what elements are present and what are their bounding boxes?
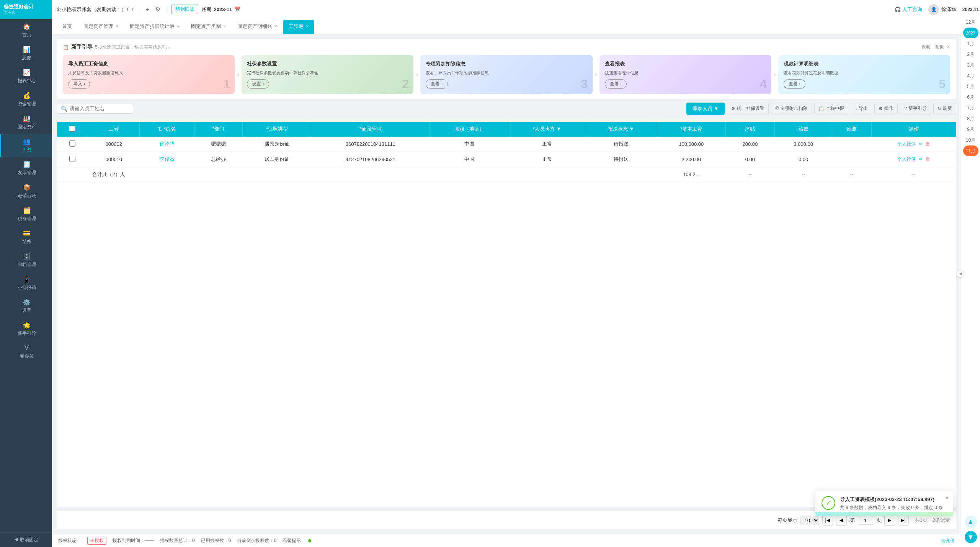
per-page-select[interactable]: 10 20 50: [800, 516, 819, 525]
tab-固定资产类别[interactable]: 固定资产类别×: [186, 20, 231, 34]
charge-link[interactable]: 去充值: [941, 537, 955, 544]
row-action: 个人社保 ✏ 🗑: [871, 152, 956, 167]
sidebar-item-固定资产[interactable]: 🏭固定资产: [0, 111, 52, 134]
sidebar-item-工资[interactable]: 👥工资: [0, 134, 52, 157]
sidebar-item-小畅报销[interactable]: 📱小畅报销: [0, 272, 52, 295]
name-link[interactable]: 徐泽华: [160, 141, 175, 147]
account-selector[interactable]: 刘小艳演示账套（勿删勿动！）1 ▼: [57, 6, 134, 13]
prev-page-btn[interactable]: ◀: [836, 515, 847, 526]
settings-btn[interactable]: ⚙: [154, 4, 162, 15]
sidebar-item-进销台账[interactable]: 📦进销台账: [0, 180, 52, 203]
month-item-8[interactable]: 8月: [963, 113, 978, 124]
topbar-divider-1: [139, 6, 139, 13]
tab-close-icon[interactable]: ×: [274, 24, 277, 29]
sidebar-bottom[interactable]: ◀ 取消固定: [0, 532, 52, 547]
refresh-btn[interactable]: ↻ 刷新: [933, 103, 956, 114]
month-item-12[interactable]: 12月: [963, 17, 978, 28]
tab-close-icon[interactable]: ×: [116, 24, 118, 29]
step-action-btn[interactable]: 设置 ›: [247, 79, 269, 89]
period-value[interactable]: 2023-11: [214, 7, 232, 12]
sidebar-item-税务管理[interactable]: 🗂️税务管理: [0, 203, 52, 226]
sidebar-item-新手引导[interactable]: 🌟新手引导: [0, 318, 52, 341]
sidebar-item-资金管理[interactable]: 💰资金管理: [0, 88, 52, 111]
row-select-checkbox[interactable]: [69, 156, 75, 162]
month-item-9[interactable]: 9月: [963, 124, 978, 135]
right-panel-collapse-btn[interactable]: ◀: [957, 270, 964, 278]
name-link[interactable]: 李俊杰: [160, 156, 175, 162]
guide-step-3: 专项附加扣除信息 查看、导入员工专项附加扣除信息 查看 › 3: [420, 55, 592, 94]
edit-btn[interactable]: ✏: [919, 141, 923, 147]
right-panel-down-icon[interactable]: ▼: [965, 531, 977, 543]
notification-close-btn[interactable]: ×: [945, 495, 949, 501]
row-name[interactable]: 徐泽华: [140, 137, 194, 152]
sidebar-item-归档管理[interactable]: 🗄️归档管理: [0, 249, 52, 272]
right-panel-up-icon[interactable]: ▲: [965, 516, 977, 528]
tab-label: 固定资产明细账: [237, 23, 272, 30]
add-person-btn[interactable]: 添加人员 ▼: [686, 103, 725, 115]
tab-首页[interactable]: 首页: [57, 20, 77, 34]
month-item-1[interactable]: 1月: [963, 38, 978, 49]
sidebar-item-首页[interactable]: 🏠首页: [0, 19, 52, 42]
add-account-btn[interactable]: +: [144, 5, 150, 15]
row-select-checkbox[interactable]: [69, 140, 75, 147]
month-item-4[interactable]: 4月: [963, 70, 978, 81]
service-btn[interactable]: 🎧 人工咨询: [895, 6, 922, 13]
tab-close-icon[interactable]: ×: [177, 24, 180, 29]
month-item-6[interactable]: 6月: [963, 92, 978, 103]
social-insurance-btn[interactable]: ⚙ 统一社保设置: [727, 103, 769, 114]
delete-btn[interactable]: 🗑: [926, 141, 930, 147]
guide-btn[interactable]: ? 新手引导: [900, 103, 931, 114]
month-item-5[interactable]: 5月: [963, 81, 978, 92]
special-deduction-btn[interactable]: © 专项附加扣除: [771, 103, 812, 114]
sidebar-item-设置[interactable]: ⚙️设置: [0, 295, 52, 318]
step-action-btn[interactable]: 查看 ›: [426, 79, 448, 89]
row-checkbox[interactable]: [57, 152, 88, 167]
version-switch-btn[interactable]: 切到旧版: [172, 5, 198, 14]
tab-固定资产明细账[interactable]: 固定资产明细账×: [232, 20, 283, 34]
month-item-2023[interactable]: 2023: [963, 28, 978, 38]
first-page-btn[interactable]: |◀: [822, 515, 833, 526]
step-action-btn[interactable]: 查看 ›: [605, 79, 627, 89]
guide-close-btn[interactable]: ×: [947, 44, 950, 51]
month-item-7[interactable]: 7月: [963, 103, 978, 113]
help-btn[interactable]: 帮助: [935, 44, 944, 51]
sidebar-item-总账[interactable]: 📊总账: [0, 42, 52, 65]
delete-btn[interactable]: 🗑: [926, 157, 930, 162]
tab-close-icon[interactable]: ×: [223, 24, 226, 29]
edit-btn[interactable]: ✏: [919, 157, 923, 162]
next-page-btn[interactable]: ▶: [884, 515, 895, 526]
last-page-btn[interactable]: ▶|: [898, 515, 909, 526]
step-action-btn[interactable]: 导入 ›: [68, 79, 90, 89]
tab-固定资产折旧统计表[interactable]: 固定资产折旧统计表×: [124, 20, 185, 34]
video-btn[interactable]: 视频: [921, 44, 931, 51]
sidebar-item-结账[interactable]: 💳结账: [0, 226, 52, 249]
page-number-input[interactable]: [858, 516, 873, 525]
tax-report-btn[interactable]: 📋 个税申报: [814, 103, 848, 114]
select-all-checkbox[interactable]: [69, 126, 75, 132]
operations-btn[interactable]: ⚙ 操作: [874, 103, 898, 114]
step-action-btn[interactable]: 查看 ›: [784, 79, 805, 89]
personal-insurance-btn[interactable]: 个人社保: [897, 141, 916, 147]
month-item-11[interactable]: 11月: [963, 145, 978, 156]
sidebar-icon: 🌟: [23, 322, 31, 329]
personal-insurance-btn[interactable]: 个人社保: [897, 156, 916, 163]
row-checkbox[interactable]: [57, 137, 88, 152]
month-item-2[interactable]: 2月: [963, 49, 978, 60]
month-item-10[interactable]: 10月: [963, 135, 978, 145]
sidebar-item-报表中心[interactable]: 📈报表中心: [0, 65, 52, 88]
row-name[interactable]: 李俊杰: [140, 152, 194, 167]
sidebar-item-畅会员[interactable]: V畅会员: [0, 341, 52, 363]
month-item-3[interactable]: 3月: [963, 60, 978, 70]
tab-固定资产管理[interactable]: 固定资产管理×: [78, 20, 124, 34]
logo-sub: 专业版: [4, 10, 34, 15]
user-menu[interactable]: 👤 徐泽华: [928, 4, 956, 15]
th-measured: 应测: [832, 122, 872, 137]
export-btn[interactable]: ↓ 导出: [851, 103, 872, 114]
username: 徐泽华: [941, 6, 956, 13]
sidebar-item-发票管理[interactable]: 🧾发票管理: [0, 157, 52, 180]
search-input[interactable]: [70, 106, 129, 111]
tab-工资表[interactable]: 工资表×: [283, 20, 314, 34]
calendar-icon[interactable]: 📅: [234, 7, 240, 12]
tab-close-icon[interactable]: ×: [306, 24, 309, 29]
sidebar: 畅捷通好会计 专业版 🏠首页📊总账📈报表中心💰资金管理🏭固定资产👥工资🧾发票管理…: [0, 0, 52, 547]
